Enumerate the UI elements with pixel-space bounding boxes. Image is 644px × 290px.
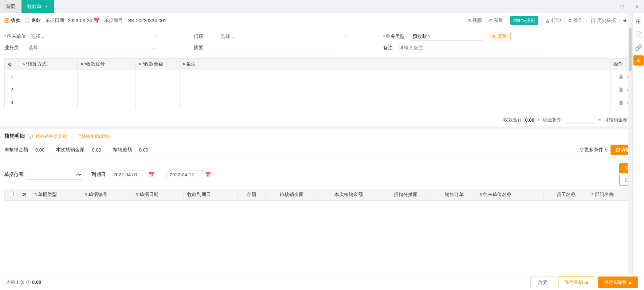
store-more-icon[interactable]: ···	[344, 34, 348, 39]
sidebar-table-icon[interactable]: ⊞	[633, 16, 644, 26]
row-2-remark[interactable]	[180, 83, 610, 96]
due-date-start[interactable]	[110, 170, 146, 179]
radio-receipt[interactable]: 收款	[4, 17, 20, 24]
row-2-account[interactable]	[78, 83, 136, 96]
print-icon: 🖨	[546, 18, 550, 23]
row-1-account[interactable]	[78, 70, 136, 83]
store-label: 门店	[194, 33, 216, 40]
maximize-button[interactable]: □	[615, 0, 629, 13]
row-2-settle[interactable]	[19, 83, 78, 96]
sort-remark-icon[interactable]: ⇅	[182, 62, 185, 66]
scrollbar-area[interactable]	[628, 13, 632, 274]
row-3-amount[interactable]	[136, 96, 180, 109]
row-1-settle[interactable]	[19, 70, 78, 83]
calendar-start-icon[interactable]: 📅	[149, 172, 154, 177]
sort-dept-icon[interactable]: ⇅	[591, 193, 594, 196]
doc-range-select[interactable]	[25, 170, 83, 180]
table-row: 1 🗑 ⊕	[5, 70, 640, 83]
save-draft-label: 保存草稿	[564, 279, 583, 286]
row-1-amount[interactable]	[136, 70, 180, 83]
save-draft-button[interactable]: 保存草稿 ▲	[558, 277, 596, 288]
receipts-table: ⚙ ⇅ *结算方式 ⇅ *收款账号	[4, 58, 640, 109]
operation-link[interactable]: ⚙ 操作	[568, 17, 583, 24]
business-type-select[interactable]: 预收款 ▾	[411, 32, 483, 41]
summary-field: 摘要	[194, 44, 369, 51]
history-label: 历史单据	[597, 17, 616, 24]
tab-receipts[interactable]: 收款单 ×	[21, 0, 54, 13]
due-date-end[interactable]	[166, 170, 203, 179]
verify-summary: 未核销金额 0.00 本次核销金额 0.00 核销差额 0.00 ▽ 更多条件 …	[4, 142, 640, 157]
discount-input[interactable]	[566, 116, 595, 124]
prev-btn[interactable]: ◀	[623, 18, 626, 23]
th-remark: ⇅ 备注	[180, 59, 610, 70]
shortcut-icon: ⌨	[513, 18, 520, 23]
history-link[interactable]: 📋 历史单据	[590, 17, 616, 24]
th-discount-spread: 折扣分摊额	[379, 189, 432, 200]
verify-info-icon[interactable]: i	[28, 134, 33, 139]
th-dept-label: 部门名称	[595, 191, 614, 198]
calendar-icon[interactable]: 📅	[94, 17, 100, 23]
sort-doc-no-icon[interactable]: ⇅	[85, 193, 88, 196]
th-amount-label: *收款金额	[142, 61, 163, 67]
row-1-delete-icon[interactable]: 🗑	[619, 74, 624, 79]
sort-partner-icon[interactable]: ⇅	[479, 193, 482, 196]
bottom-info: 本单上欠 ? 0.00	[6, 279, 41, 286]
salesman-input[interactable]	[26, 44, 150, 51]
th-pending-amount-label: 待核销金额	[280, 192, 303, 197]
print-label: 打印	[551, 17, 561, 24]
radio-refund[interactable]: 退款	[25, 17, 41, 24]
th-settle-method: ⇅ *结算方式	[19, 59, 78, 70]
sidebar-doc-icon[interactable]: 📄	[633, 29, 644, 39]
shortcut-link[interactable]: ⌨ 快捷键	[510, 16, 538, 25]
tab-home-label: 首页	[6, 3, 15, 10]
summary-input[interactable]	[208, 44, 331, 51]
sidebar-ai-icon[interactable]: Ai	[633, 55, 644, 66]
more-conditions-link[interactable]: ▽ 更多条件 ∧	[580, 146, 608, 153]
row-2-amount[interactable]	[136, 83, 180, 96]
help-link[interactable]: ⊙ 帮助	[489, 17, 503, 24]
sort-account-icon[interactable]: ⇅	[80, 62, 83, 66]
bottom-info-icon[interactable]: ?	[26, 280, 31, 285]
settings-label: 设置	[497, 33, 507, 40]
print-link[interactable]: 🖨 打印	[546, 17, 561, 24]
th-gear[interactable]: ⚙	[5, 59, 19, 70]
save-new-button[interactable]: 保存&新增 ▲	[598, 277, 638, 288]
sort-doc-type-icon[interactable]: ⇅	[34, 193, 37, 196]
tab-home[interactable]: 首页	[0, 0, 21, 13]
pending-tab[interactable]: 待核销单据(0笔)	[36, 133, 67, 140]
th-doc-no: ⇅ 单据编号	[82, 189, 133, 200]
calendar-end-icon[interactable]: 📅	[205, 172, 211, 177]
sidebar-link-icon[interactable]: 🔗	[633, 42, 644, 52]
row-3-remark[interactable]	[180, 96, 610, 109]
scrollbar-thumb[interactable]	[629, 28, 632, 71]
verify-gear-icon[interactable]: ⚙	[22, 192, 27, 197]
filter-icon: ▽	[580, 147, 584, 153]
toolbar: 收款 退款 单据日期 2023-03-24 📅 单据编号 SK-20230324…	[0, 13, 644, 28]
video-label: 视频	[472, 17, 482, 24]
th-doc-no-label: 单据编号	[89, 191, 107, 198]
partner-more-icon[interactable]: ···	[154, 34, 158, 39]
row-3-settle[interactable]	[19, 96, 78, 109]
partner-input[interactable]	[29, 33, 153, 40]
form-settings-button[interactable]: ⚙ 设置	[488, 32, 511, 41]
remark-input[interactable]	[397, 44, 543, 51]
video-link[interactable]: ⊙ 视频	[467, 17, 482, 24]
table-gear-icon[interactable]: ⚙	[8, 62, 12, 67]
th-gear-verify[interactable]: ⚙	[18, 189, 31, 200]
row-3-delete-icon[interactable]: 🗑	[619, 100, 624, 106]
biz-required: *	[383, 34, 385, 39]
select-all-checkbox[interactable]	[9, 192, 13, 196]
discard-button[interactable]: 放弃	[530, 277, 555, 288]
minimize-button[interactable]: —	[600, 0, 615, 13]
row-3-account[interactable]	[78, 96, 136, 109]
tab-close-icon[interactable]: ×	[45, 4, 48, 9]
sort-up-icon[interactable]: ⇅	[22, 62, 25, 66]
row-1-remark[interactable]	[180, 70, 610, 83]
close-button[interactable]: ×	[629, 0, 644, 13]
sort-amount-icon[interactable]: ⇅	[139, 62, 142, 66]
row-2-delete-icon[interactable]: 🗑	[619, 87, 624, 93]
store-input[interactable]	[219, 33, 342, 40]
salesman-more-icon[interactable]: ···	[152, 45, 156, 51]
sort-doc-date-icon[interactable]: ⇅	[136, 193, 139, 196]
done-tab[interactable]: 已核销单据(0笔)	[77, 133, 109, 140]
